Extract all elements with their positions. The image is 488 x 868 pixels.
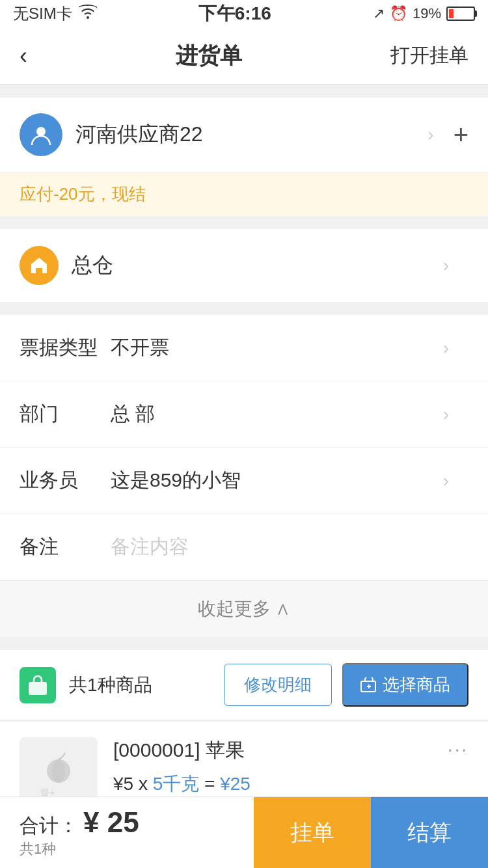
remark-input[interactable]: 备注内容 — [111, 534, 468, 560]
nav-bar: ‹ 进货单 打开挂单 — [0, 27, 488, 85]
warehouse-section: 总仓 › — [0, 229, 488, 302]
salesman-label: 业务员 — [20, 467, 111, 494]
equals-sign: = — [199, 774, 220, 794]
supplier-section: 河南供应商22 › + 应付-20元，现结 — [0, 98, 488, 216]
product-name: [0000001] 苹果 — [113, 737, 447, 764]
dept-chevron-icon: › — [443, 404, 449, 425]
warehouse-row[interactable]: 总仓 › — [0, 229, 488, 302]
product-info: [0000001] 苹果 ¥5 x 5千克 = ¥25 — [113, 737, 447, 796]
products-header: 共1种商品 修改明细 选择商品 — [0, 650, 488, 720]
product-more-button[interactable]: ··· — [447, 737, 468, 761]
svg-rect-1 — [36, 268, 42, 273]
status-bar: 无SIM卡 下午6:16 ↗ ⏰ 19% — [0, 0, 488, 27]
status-right: ↗ ⏰ 19% — [373, 5, 475, 22]
invoice-row[interactable]: 票据类型 不开票 › — [0, 315, 488, 381]
status-left: 无SIM卡 — [13, 3, 97, 24]
supplier-row[interactable]: 河南供应商22 › + — [0, 98, 488, 172]
alarm-icon: ⏰ — [390, 5, 407, 22]
page-title: 进货单 — [176, 41, 242, 71]
invoice-chevron-icon: › — [443, 338, 449, 359]
signal-text: 无SIM卡 — [13, 3, 72, 24]
svg-point-0 — [36, 127, 46, 136]
supplier-avatar — [20, 113, 62, 156]
gap-2 — [0, 216, 488, 229]
total-amount: ¥ 25 — [83, 806, 139, 839]
warehouse-icon — [20, 246, 59, 285]
salesman-value: 这是859的小智 — [111, 467, 443, 494]
dept-row[interactable]: 部门 总 部 › — [0, 381, 488, 448]
checkout-button[interactable]: 结算 — [371, 797, 488, 868]
dept-label: 部门 — [20, 401, 111, 427]
back-button[interactable]: ‹ — [20, 42, 27, 70]
invoice-value: 不开票 — [111, 334, 443, 361]
gap-3 — [0, 302, 488, 315]
product-title: 苹果 — [206, 739, 245, 761]
payment-warning: 应付-20元，现结 — [0, 172, 488, 216]
open-hang-button[interactable]: 打开挂单 — [390, 42, 468, 69]
warehouse-name: 总仓 — [72, 251, 443, 280]
add-supplier-button[interactable]: + — [454, 120, 468, 150]
total-label: 合计： — [20, 813, 78, 839]
product-price: ¥5 x 5千克 = ¥25 — [113, 772, 447, 796]
invoice-label: 票据类型 — [20, 334, 111, 361]
bottom-bar: 合计： ¥ 25 共1种 挂单 结算 — [0, 796, 488, 868]
total-main: 合计： ¥ 25 — [20, 806, 234, 839]
svg-point-7 — [52, 759, 65, 783]
select-product-button[interactable]: 选择商品 — [342, 663, 468, 707]
total-value: ¥25 — [220, 774, 251, 794]
gap-1 — [0, 85, 488, 98]
remark-label: 备注 — [20, 534, 111, 560]
edit-detail-button[interactable]: 修改明细 — [224, 664, 332, 706]
total-section: 合计： ¥ 25 共1种 — [0, 797, 254, 868]
select-product-label: 选择商品 — [383, 673, 450, 696]
form-section: 票据类型 不开票 › 部门 总 部 › 业务员 这是859的小智 › 备注 备注… — [0, 315, 488, 580]
remark-row[interactable]: 备注 备注内容 — [0, 514, 488, 580]
gap-4 — [0, 637, 488, 650]
warehouse-chevron-icon: › — [443, 255, 449, 276]
battery-icon — [446, 7, 475, 21]
products-bag-icon — [20, 667, 56, 703]
wifi-icon — [79, 5, 97, 23]
price-value: ¥5 x — [113, 774, 153, 794]
location-icon: ↗ — [373, 5, 385, 22]
collapse-bar[interactable]: 收起更多 ∧ — [0, 580, 488, 637]
chevron-right-icon: › — [427, 124, 433, 145]
supplier-name: 河南供应商22 — [75, 120, 427, 149]
quantity-value: 5千克 — [153, 774, 200, 794]
dept-value: 总 部 — [111, 401, 443, 427]
salesman-chevron-icon: › — [443, 470, 449, 491]
products-count: 共1种商品 — [69, 673, 224, 698]
svg-rect-2 — [29, 682, 47, 695]
salesman-row[interactable]: 业务员 这是859的小智 › — [0, 448, 488, 514]
status-time: 下午6:16 — [198, 1, 271, 26]
collapse-label: 收起更多 ∧ — [198, 599, 291, 619]
total-sub: 共1种 — [20, 839, 234, 859]
battery-percent: 19% — [413, 5, 441, 22]
product-code: [0000001] — [113, 739, 206, 761]
hang-button[interactable]: 挂单 — [254, 797, 371, 868]
